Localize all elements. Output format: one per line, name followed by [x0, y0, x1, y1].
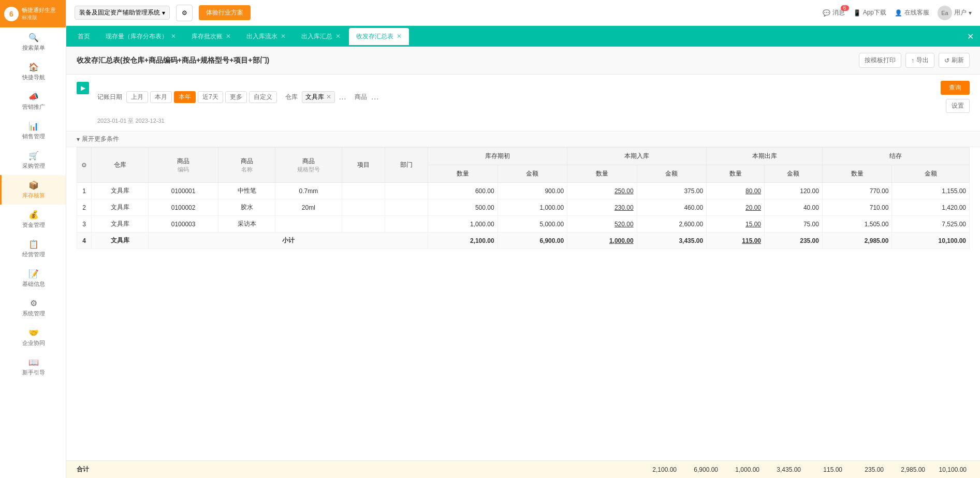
message-action[interactable]: 💬 消息 6 — [823, 8, 845, 17]
sidebar-menu: 🔍搜索菜单🏠快捷导航📣营销推广📊销售管理🛒采购管理📦库存核算💰资金管理📋经营管理… — [0, 27, 66, 478]
print-btn[interactable]: 按模板打印 — [859, 53, 901, 68]
tab-recv-send[interactable]: 收发存汇总表✕ — [349, 28, 409, 45]
cell-in-qty: 230.00 — [567, 199, 637, 216]
th-out-qty: 数量 — [707, 165, 765, 183]
expand-icon: ▾ — [77, 136, 80, 143]
cell-product-code: 0100003 — [149, 216, 218, 233]
date-btn-more[interactable]: 更多 — [225, 91, 247, 103]
sidebar-item-marketing[interactable]: 📣营销推广 — [0, 86, 66, 116]
marketing-icon: 📣 — [28, 92, 39, 102]
cell-department — [385, 216, 428, 233]
cell-closing-qty: 710.00 — [822, 199, 891, 216]
cell-closing-amt: 7,525.00 — [892, 216, 970, 233]
th-in-amt: 金额 — [637, 165, 706, 183]
page-actions: 按模板打印 ↑ 导出 ↺ 刷新 — [859, 53, 970, 68]
cell-product-spec — [275, 216, 342, 233]
sidebar-item-quick-nav[interactable]: 🏠快捷导航 — [0, 57, 66, 86]
sidebar-item-purchase[interactable]: 🛒采购管理 — [0, 146, 66, 175]
sidebar-item-finance[interactable]: 💰资金管理 — [0, 205, 66, 234]
app-download-action[interactable]: 📱 App下载 — [853, 8, 886, 17]
product-dots[interactable]: ... — [371, 93, 379, 101]
sidebar-item-collab[interactable]: 🤝企业协同 — [0, 323, 66, 352]
sidebar-item-system[interactable]: ⚙系统管理 — [0, 293, 66, 323]
export-btn[interactable]: ↑ 导出 — [905, 53, 934, 68]
expand-btn[interactable]: ▾ 展开更多条件 — [77, 135, 119, 143]
filter-toggle[interactable]: ▶ — [77, 82, 89, 94]
tab-close-icon[interactable]: ✕ — [226, 33, 231, 40]
tab-label: 首页 — [78, 32, 90, 41]
sidebar-item-guide[interactable]: 📖新手引导 — [0, 352, 66, 382]
cell-in-amt: 2,600.00 — [637, 216, 706, 233]
footer-opening-qty: 2,100.00 — [638, 466, 680, 473]
cell-project — [342, 216, 385, 233]
sidebar-item-sales[interactable]: 📊销售管理 — [0, 116, 66, 146]
cell-in-amt: 375.00 — [637, 183, 706, 199]
system-dropdown[interactable]: 装备及固定资产辅助管理系统 ▾ — [75, 6, 170, 20]
tab-inout-summary[interactable]: 出入库汇总✕ — [294, 28, 348, 45]
cell-out-qty: 80.00 — [707, 183, 765, 199]
sidebar-item-inventory[interactable]: 📦库存核算 — [0, 175, 66, 205]
finance-icon: 💰 — [28, 210, 39, 220]
message-icon: 💬 — [823, 9, 830, 17]
inventory-icon: 📦 — [28, 180, 39, 190]
date-btn-custom[interactable]: 自定义 — [249, 91, 277, 103]
set-button[interactable]: 设置 — [946, 99, 970, 113]
tab-close-icon[interactable]: ✕ — [281, 33, 286, 40]
guide-icon: 📖 — [28, 357, 39, 367]
user-action[interactable]: Ea 用户 ▾ — [938, 6, 972, 20]
cell-in-qty: 250.00 — [567, 183, 637, 199]
sidebar-item-base[interactable]: 📝基础信息 — [0, 264, 66, 293]
cell-product-code: 0100001 — [149, 183, 218, 199]
tab-batch[interactable]: 库存批次账✕ — [184, 28, 238, 45]
out-qty-link[interactable]: 20.00 — [745, 204, 761, 211]
refresh-btn[interactable]: ↺ 刷新 — [939, 53, 970, 68]
header-actions: 💬 消息 6 📱 App下载 👤 在线客服 Ea 用户 ▾ — [823, 6, 972, 20]
online-service-action[interactable]: 👤 在线客服 — [895, 8, 929, 17]
sidebar-item-label: 营销推广 — [22, 103, 45, 111]
filter-row-date-range: 2023-01-01 至 2023-12-31 — [97, 117, 970, 125]
page-title: 收发存汇总表(按仓库+商品编码+商品+规格型号+项目+部门) — [77, 56, 269, 65]
in-qty-link[interactable]: 520.00 — [615, 221, 634, 228]
tab-inout-flow[interactable]: 出入库流水✕ — [239, 28, 293, 45]
tab-bar-close[interactable]: ✕ — [965, 30, 976, 44]
out-qty-link[interactable]: 80.00 — [745, 187, 761, 195]
tab-close-icon[interactable]: ✕ — [171, 33, 176, 40]
in-qty-link[interactable]: 250.00 — [615, 187, 634, 195]
cell-in-qty: 520.00 — [567, 216, 637, 233]
cell-product-name: 胶水 — [218, 199, 275, 216]
date-btn-this-month[interactable]: 本月 — [150, 91, 172, 103]
date-btn-7days[interactable]: 近7天 — [198, 91, 223, 103]
cell-closing-amt: 1,155.00 — [892, 183, 970, 199]
table-settings-icon[interactable]: ⚙ — [81, 162, 87, 169]
product-label: 商品 — [355, 93, 367, 102]
out-qty-link[interactable]: 15.00 — [745, 221, 761, 228]
cell-opening-qty: 1,000.00 — [428, 216, 498, 233]
query-button[interactable]: 查询 — [941, 81, 970, 95]
warehouse-dots[interactable]: ... — [339, 93, 347, 101]
th-project: 项目 — [342, 148, 385, 183]
in-qty-link[interactable]: 230.00 — [615, 204, 634, 211]
tab-home[interactable]: 首页 — [70, 28, 97, 45]
date-btn-last-month[interactable]: 上月 — [126, 91, 148, 103]
try-btn[interactable]: 体验行业方案 — [199, 5, 251, 20]
sidebar-item-operations[interactable]: 📋经营管理 — [0, 234, 66, 264]
tab-close-icon[interactable]: ✕ — [397, 33, 402, 40]
refresh-icon: ↺ — [944, 57, 949, 64]
warehouse-tag: 文具库 ✕ — [302, 91, 335, 103]
cell-closing-qty: 770.00 — [822, 183, 891, 199]
tab-close-icon[interactable]: ✕ — [335, 33, 341, 40]
collab-icon: 🤝 — [28, 328, 39, 338]
gear-button[interactable]: ⚙ — [176, 5, 193, 21]
tab-stock-dist[interactable]: 现存量（库存分布表）✕ — [98, 28, 183, 45]
warehouse-tag-close[interactable]: ✕ — [326, 93, 331, 100]
cell-in-amt: 460.00 — [637, 199, 706, 216]
sidebar-item-search[interactable]: 🔍搜索菜单 — [0, 27, 66, 57]
cell-warehouse: 文具库 — [92, 199, 149, 216]
subtotal-out-qty-link[interactable]: 115.00 — [742, 237, 761, 244]
footer-closing-qty: 2,985.00 — [887, 466, 928, 473]
tab-label: 出入库流水 — [246, 32, 277, 41]
date-btn-this-year[interactable]: 本年 — [174, 91, 196, 103]
table-row: 1 文具库 0100001 中性笔 0.7mm 600.00 900.00 25… — [77, 183, 970, 199]
subtotal-in-qty-link[interactable]: 1,000.00 — [609, 237, 634, 244]
cell-project — [342, 183, 385, 199]
